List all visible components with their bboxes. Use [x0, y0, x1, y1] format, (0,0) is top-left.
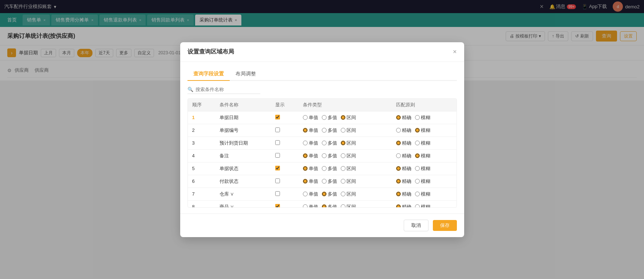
- dialog-tab-layout[interactable]: 布局调整: [230, 68, 262, 81]
- dialog-title: 设置查询区域布局: [187, 48, 234, 56]
- dialog-close-button[interactable]: ×: [453, 48, 457, 55]
- settings-dialog: 设置查询区域布局 × 查询字段设置 布局调整 🔍: [180, 42, 464, 81]
- dialog-tab-query-fields[interactable]: 查询字段设置: [187, 68, 230, 81]
- dialog-tabs: 查询字段设置 布局调整: [187, 68, 457, 81]
- dialog-header: 设置查询区域布局 ×: [180, 42, 464, 62]
- dialog-body: 查询字段设置 布局调整 🔍 顺序 条件名称 显示: [180, 62, 464, 81]
- modal-overlay: 设置查询区域布局 × 查询字段设置 布局调整 🔍: [0, 0, 644, 80]
